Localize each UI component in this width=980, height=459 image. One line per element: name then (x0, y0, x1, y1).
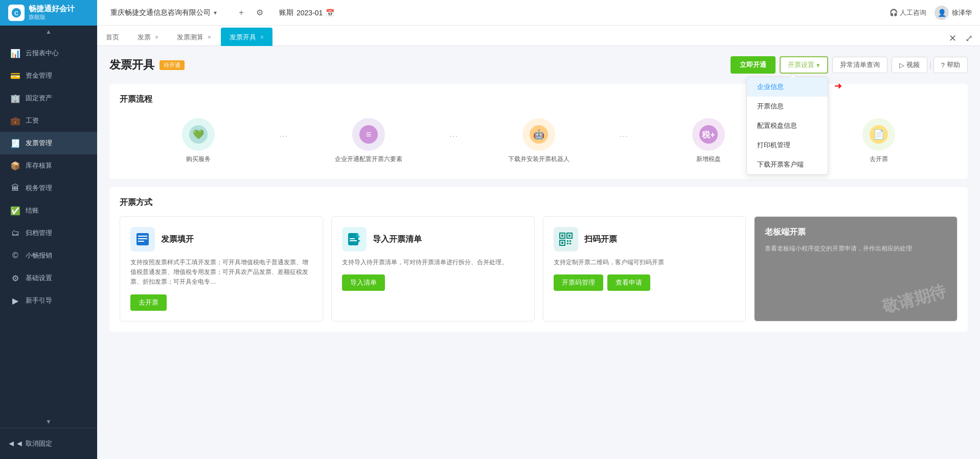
dropdown-item-download[interactable]: 下载开票客户端 (747, 155, 828, 174)
tab-kaiju-label: 发票开具 (230, 33, 256, 42)
methods-grid: 发票填开 支持按照发票样式手工填开发票；可开具增值税电子普通发票、增值税普通发票… (120, 216, 958, 322)
page-header: 发票开具 待开通 立即开通 开票设置 ▾ (109, 56, 968, 74)
chevron-down-icon: ▾ (214, 9, 217, 16)
flow-label-2: 企业开通配置开票六要素 (335, 155, 402, 164)
company-name: 重庆畅捷交通信息咨询有限公司 (110, 8, 211, 17)
svg-text:C: C (14, 10, 18, 16)
saoma-title: 扫码开票 (584, 234, 617, 245)
sidebar-item-cancel-fixed[interactable]: ◄◄ 取消固定 (0, 432, 97, 455)
sidebar-scroll-up[interactable]: ▲ (0, 26, 97, 38)
tab-cesuan-close[interactable]: × (208, 34, 211, 41)
sidebar-item-gongzi[interactable]: 💼 工资 (0, 109, 97, 132)
sidebar-item-fapiao[interactable]: 🧾 发票管理 (0, 132, 97, 154)
flow-arrow-1: ··· (279, 130, 288, 152)
dropdown-label-tax-config: 配置税盘信息 (757, 122, 797, 129)
svg-rect-27 (567, 243, 568, 244)
sidebar-item-shuiwu[interactable]: 🏛 税务管理 (0, 177, 97, 199)
sidebar-item-jiezhang[interactable]: ✅ 结账 (0, 199, 97, 222)
flow-icon-5: 📄 (862, 118, 895, 151)
settings-icon[interactable]: ⚙ (253, 6, 267, 20)
dropdown-item-enterprise[interactable]: 企业信息 ➜ (747, 77, 828, 97)
sidebar-item-guidan[interactable]: 🗂 归档管理 (0, 222, 97, 244)
saoma-manage-button[interactable]: 开票码管理 (554, 274, 603, 291)
main-area: ▲ 📊 云报表中心 💳 资金管理 🏢 固定资产 💼 工资 (0, 26, 980, 459)
flow-icon-4: 税+ (692, 118, 725, 151)
tab-fapiao-label: 发票 (138, 33, 151, 42)
logo-text-area: 畅捷通好会计 旗舰版 (29, 4, 75, 21)
tab-fapiao-cesuan[interactable]: 发票测算 × (168, 28, 220, 46)
tab-close-button[interactable]: ✕ (945, 31, 960, 45)
sidebar-item-kucun[interactable]: 📦 库存核算 (0, 154, 97, 177)
settings-button[interactable]: 开票设置 ▾ (780, 56, 828, 74)
help-button[interactable]: ? 帮助 (933, 57, 968, 73)
sidebar-item-xinshou[interactable]: ▶ 新手引导 (0, 289, 97, 312)
video-button[interactable]: ▷ 视频 (892, 57, 927, 73)
sidebar-label-gongzi: 工资 (26, 116, 39, 125)
method-header-tiankao: 发票填开 (130, 227, 312, 251)
page-actions: 立即开通 开票设置 ▾ 企业信息 ➜ (731, 56, 968, 74)
tiankao-goto-button[interactable]: 去开票 (130, 294, 167, 311)
svg-text:📄: 📄 (873, 129, 885, 140)
flow-label-1: 购买服务 (186, 155, 211, 164)
period-selector[interactable]: 账期 2023-01 📅 (275, 8, 338, 17)
add-button[interactable]: + (234, 6, 248, 20)
svg-rect-17 (350, 238, 355, 239)
tiankao-title: 发票填开 (161, 234, 194, 245)
methods-section-title: 开票方式 (120, 197, 958, 208)
sidebar-item-yunbaobiao[interactable]: 📊 云报表中心 (0, 42, 97, 64)
sidebar-scroll-down[interactable]: ▼ (0, 416, 97, 428)
tiankao-actions: 去开票 (130, 294, 312, 311)
svg-rect-18 (350, 240, 357, 241)
method-header-laobanduan: 老板端开票 (765, 227, 947, 238)
company-selector[interactable]: 重庆畅捷交通信息咨询有限公司 ▾ (105, 5, 222, 20)
saoma-apply-button[interactable]: 查看申请 (607, 274, 650, 291)
logo-subtitle: 旗舰版 (29, 13, 75, 21)
tab-cesuan-label: 发票测算 (177, 33, 203, 42)
shuiwu-icon: 🏛 (10, 183, 20, 193)
dropdown-arrow (789, 73, 797, 77)
sidebar-item-zijin[interactable]: 💳 资金管理 (0, 64, 97, 87)
yunbaobiao-icon: 📊 (10, 48, 20, 58)
tab-expand-button[interactable]: ⤢ (962, 31, 976, 45)
calendar-icon: 📅 (326, 9, 334, 17)
play-icon: ▷ (899, 61, 904, 69)
logo-icon: C (8, 5, 25, 21)
help-icon: ? (941, 61, 945, 69)
sidebar-label-gudingzichan: 固定资产 (26, 94, 52, 103)
saoma-icon (554, 227, 578, 251)
dropdown-item-printer[interactable]: 打印机管理 (747, 135, 828, 155)
support-button[interactable]: 🎧 人工咨询 (890, 8, 926, 17)
dropdown-item-invoice-info[interactable]: 开票信息 (747, 97, 828, 116)
avatar: 👤 (935, 6, 949, 20)
sidebar-item-gudingzichan[interactable]: 🏢 固定资产 (0, 87, 97, 109)
daoru-actions: 导入清单 (342, 274, 524, 291)
gongzi-icon: 💼 (10, 116, 20, 126)
support-label: 人工咨询 (900, 8, 926, 17)
daoru-desc: 支持导入待开票清单，可对待开票清单进行拆分、合并处理。 (342, 258, 524, 267)
red-arrow-icon: ➜ (834, 80, 842, 91)
tab-fapiao[interactable]: 发票 × (129, 28, 167, 46)
daoru-import-button[interactable]: 导入清单 (342, 274, 385, 291)
dropdown-item-tax-config[interactable]: 配置税盘信息 (747, 116, 828, 135)
sidebar-item-jichushezhi[interactable]: ⚙ 基础设置 (0, 267, 97, 289)
anomaly-button[interactable]: 异常清单查询 (832, 57, 887, 73)
svg-text:税+: 税+ (702, 130, 715, 139)
activate-button[interactable]: 立即开通 (731, 56, 776, 74)
top-actions: + ⚙ (234, 6, 267, 20)
flow-steps: 💚 购买服务 ··· ≡ (120, 113, 958, 169)
tab-home[interactable]: 首页 (97, 28, 128, 46)
tab-home-label: 首页 (106, 33, 119, 42)
sidebar: ▲ 📊 云报表中心 💳 资金管理 🏢 固定资产 💼 工资 (0, 26, 97, 459)
svg-rect-24 (561, 242, 563, 244)
daoru-title: 导入开票清单 (373, 234, 422, 245)
sidebar-item-xiaochang[interactable]: © 小畅报销 (0, 244, 97, 267)
xiaochang-icon: © (10, 250, 20, 261)
saoma-desc: 支持定制开票二维码，客户端可扫码开票 (554, 258, 736, 267)
user-button[interactable]: 👤 徐泽华 (935, 6, 972, 20)
tab-fapiao-close[interactable]: × (155, 34, 158, 41)
method-card-laobanduan: 老板端开票 查看老板端小程序提交的开票申请，并作出相应的处理 敬请期待 (754, 216, 958, 322)
settings-button-label: 开票设置 (788, 60, 814, 70)
tab-fapiao-kaiju[interactable]: 发票开具 × (221, 28, 272, 46)
tab-kaiju-close[interactable]: × (260, 34, 264, 41)
method-header-daoru: 导入开票清单 (342, 227, 524, 251)
